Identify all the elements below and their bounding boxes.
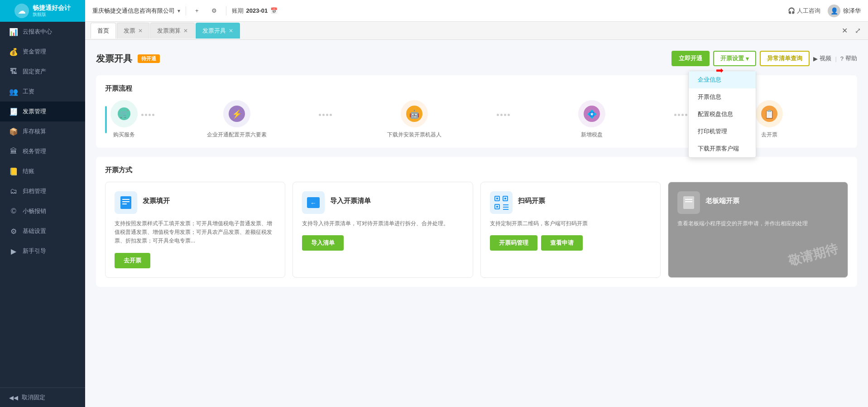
arrow-dots-1 [141, 114, 154, 116]
tab-close-fapiao_kaiju[interactable]: ✕ [229, 28, 233, 34]
step-icon-config: ⚡ [223, 100, 250, 127]
add-button[interactable]: + [192, 5, 202, 16]
maximize-button[interactable]: ⤢ [853, 24, 863, 37]
shuiwu-label: 税务管理 [23, 147, 46, 155]
tab-close-fapiao[interactable]: ✕ [138, 28, 143, 34]
shuiwu-icon: 🏛 [9, 147, 18, 156]
svg-text:💠: 💠 [587, 109, 597, 119]
tab-actions: ✕ ⤢ [840, 24, 863, 37]
sidebar-item-gongzi[interactable]: 👥 工资 [0, 82, 85, 102]
svg-rect-22 [503, 204, 508, 205]
scan-title: 扫码开票 [518, 197, 545, 205]
pending-text: 敬请期待 [786, 240, 840, 270]
avatar: 👤 [828, 5, 840, 17]
abnormal-list-button[interactable]: 异常清单查询 [760, 51, 810, 66]
tab-label-fapiao_cesuan: 发票测算 [157, 27, 181, 35]
sidebar-item-gudingzichan[interactable]: 🏗 固定资产 [0, 62, 85, 82]
tab-home[interactable]: 首页 [91, 23, 116, 39]
sidebar-item-zijin[interactable]: 💰 资金管理 [0, 42, 85, 62]
sidebar-item-xinshouyindao[interactable]: ▶ 新手引导 [0, 241, 85, 261]
company-dropdown-icon: ▾ [177, 8, 180, 14]
header-actions: 立即开通 开票设置 ▾ ➡ 企业信息开票信息配置税盘信 [671, 51, 857, 66]
tab-fapiao_kaiju[interactable]: 发票开具✕ [196, 23, 240, 39]
sidebar-item-xiaochangbaoxiao[interactable]: © 小畅报销 [0, 201, 85, 221]
activate-button[interactable]: 立即开通 [671, 51, 710, 66]
import-title: 导入开票清单 [330, 197, 371, 205]
company-name: 重庆畅捷交通信息咨询有限公司 [92, 7, 175, 15]
sidebar-item-yunbao[interactable]: 📊 云报表中心 [0, 22, 85, 42]
cancel-label: 取消固定 [22, 393, 45, 402]
svg-rect-10 [120, 196, 131, 209]
sidebar-item-shuiwu[interactable]: 🏛 税务管理 [0, 141, 85, 161]
method-card-import: ← 导入开票清单 支持导入待开票清单，可对待开票清单进行拆分、合并处理。 导入清… [293, 182, 473, 278]
calendar-icon[interactable]: 📅 [270, 7, 278, 14]
cancel-fixed-button[interactable]: ◀◀ 取消固定 [0, 388, 85, 407]
consultation-button[interactable]: 🎧 人工咨询 [788, 7, 820, 15]
method-card-boss: 老板端开票 查看老板端小程序提交的开票申请，并作出相应的处理 敬请期待 [668, 182, 848, 278]
help-button[interactable]: ? 帮助 [840, 54, 857, 63]
manual-desc: 支持按照发票样式手工填开发票；可开具增值税电子普通发票、增值税普通发票、增值税专… [115, 219, 276, 246]
qr-manage-button[interactable]: 开票码管理 [490, 235, 537, 251]
svg-text:🤖: 🤖 [409, 109, 420, 119]
step-label-buy: 购买服务 [113, 131, 135, 139]
methods-title: 开票方式 [105, 166, 848, 174]
method-card-scan: 扫码开票 支持定制开票二维码，客户端可扫码开票 开票码管理 查看申请 [480, 182, 661, 278]
svg-rect-27 [685, 201, 692, 202]
tab-fapiao_cesuan[interactable]: 发票测算✕ [150, 23, 195, 39]
help-icon: ? [840, 55, 844, 62]
step-label-go-invoice: 去开票 [761, 131, 777, 139]
fapiao-label: 发票管理 [23, 107, 46, 116]
manual-go-button[interactable]: 去开票 [115, 253, 150, 268]
yunbao-icon: 📊 [9, 27, 18, 36]
svg-text:🛒: 🛒 [120, 110, 129, 118]
dropdown-item-peizhishuipan[interactable]: 配置税盘信息 [689, 106, 756, 123]
boss-icon [677, 191, 700, 214]
dropdown-arrow-icon: ▾ [746, 55, 749, 62]
dropdown-item-dayin_guanli[interactable]: 打印机管理 [689, 123, 756, 140]
tab-close-fapiao_cesuan[interactable]: ✕ [183, 28, 188, 34]
gongzi-icon: 👥 [9, 87, 18, 96]
step-icon-buy: 🛒 [110, 100, 138, 127]
guidang-label: 归档管理 [23, 187, 46, 195]
settings-button[interactable]: ⚙ [208, 5, 221, 16]
dropdown-item-kaipiao_info[interactable]: 开票信息 [689, 88, 756, 106]
divider-icon: | [835, 55, 836, 62]
tab-fapiao[interactable]: 发票✕ [117, 23, 149, 39]
svg-text:⚡: ⚡ [232, 109, 242, 119]
jiezhang-label: 结账 [23, 167, 34, 175]
settings-button[interactable]: 开票设置 ▾ [713, 51, 756, 66]
step-icon-go-invoice: 📋 [756, 100, 783, 127]
user-icon: 👤 [830, 7, 838, 15]
svg-text:📋: 📋 [764, 109, 775, 119]
step-config: ⚡ 企业开通配置开票六要素 [158, 100, 315, 139]
zijin-icon: 💰 [9, 47, 18, 56]
close-tab-button[interactable]: ✕ [840, 24, 849, 37]
gongzi-label: 工资 [23, 87, 34, 96]
kucun-label: 库存核算 [23, 127, 46, 136]
sidebar-item-kucun[interactable]: 📦 库存核算 [0, 121, 85, 141]
user-info[interactable]: 👤 徐泽华 [828, 5, 861, 17]
settings-dropdown-menu: ➡ 企业信息开票信息配置税盘信息打印机管理下载开票客户端 [688, 71, 756, 158]
sidebar-item-fapiao[interactable]: 🧾 发票管理 [0, 102, 85, 121]
xiaochangbaoxiao-icon: © [9, 207, 18, 216]
dropdown-item-xiazai_kehu[interactable]: 下载开票客户端 [689, 140, 756, 157]
sidebar-item-jiezhang[interactable]: 📒 结账 [0, 161, 85, 181]
headset-icon: 🎧 [788, 7, 795, 14]
page-title: 发票开具 [96, 53, 132, 65]
svg-rect-20 [504, 198, 506, 199]
import-icon: ← [302, 191, 325, 214]
xinshouyindao-icon: ▶ [9, 247, 18, 256]
sidebar-item-jichushezhi[interactable]: ⚙ 基础设置 [0, 221, 85, 241]
jichushezhi-icon: ⚙ [9, 227, 18, 236]
step-shuipan: 💠 新增税盘 [513, 100, 671, 139]
svg-rect-26 [685, 199, 692, 200]
status-badge: 待开通 [138, 54, 160, 63]
view-apply-button[interactable]: 查看申请 [541, 235, 583, 251]
arrow-dots-3 [497, 114, 510, 116]
import-list-button[interactable]: 导入清单 [302, 235, 344, 251]
video-button[interactable]: ▶ 视频 [813, 54, 831, 63]
settings-icon: ⚙ [211, 7, 217, 14]
sidebar-item-guidang[interactable]: 🗂 归档管理 [0, 181, 85, 201]
company-selector[interactable]: 重庆畅捷交通信息咨询有限公司 ▾ [92, 7, 180, 15]
tab-bar: 首页发票✕发票测算✕发票开具✕ ✕ ⤢ [85, 22, 868, 40]
